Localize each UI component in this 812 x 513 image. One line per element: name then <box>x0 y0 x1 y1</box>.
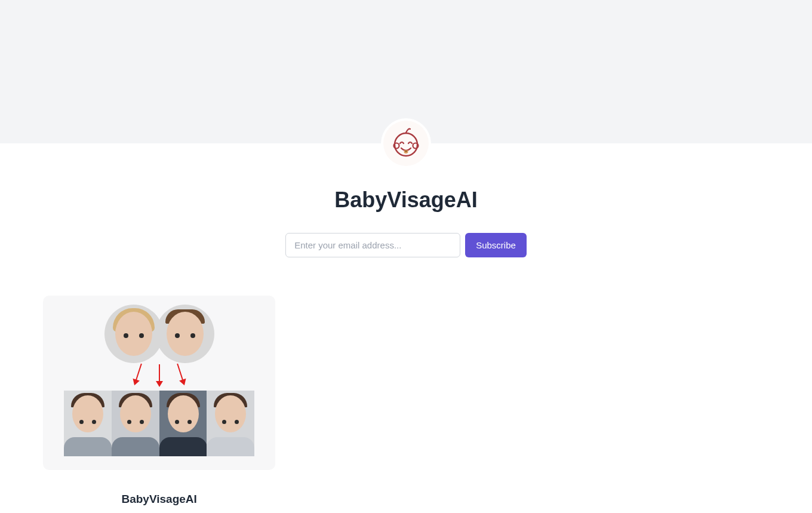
baby-result-2 <box>112 391 159 456</box>
baby-face-icon <box>383 121 429 166</box>
baby-result-1 <box>64 391 112 456</box>
baby-result-4 <box>207 391 254 456</box>
baby-result-3 <box>159 391 207 456</box>
product-title: BabyVisageAI <box>43 493 275 506</box>
product-card[interactable]: BabyVisageAI $2.99 - $8.99 <box>43 296 275 513</box>
email-input[interactable] <box>285 233 460 257</box>
parent-female-photo <box>104 305 163 363</box>
subscribe-button[interactable]: Subscribe <box>465 233 527 257</box>
parent-male-photo <box>156 305 214 363</box>
subscribe-form: Subscribe <box>0 233 812 257</box>
arrows-down-icon <box>64 364 254 391</box>
profile-section: BabyVisageAI Subscribe <box>0 143 812 257</box>
product-image <box>43 296 275 470</box>
svg-point-4 <box>405 150 407 152</box>
parents-to-babies-illustration <box>64 305 254 462</box>
product-grid: BabyVisageAI $2.99 - $8.99 <box>21 296 791 513</box>
avatar <box>381 118 431 168</box>
